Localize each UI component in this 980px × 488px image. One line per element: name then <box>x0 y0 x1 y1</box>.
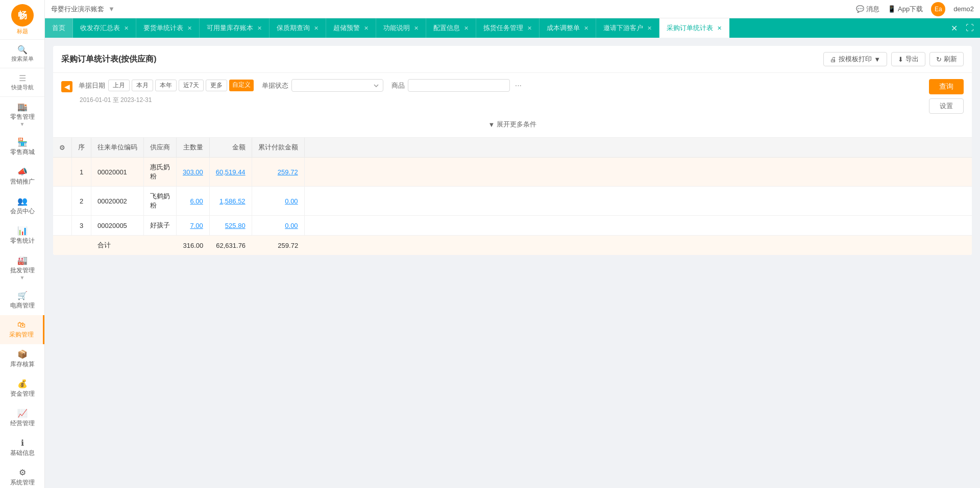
tab-close-icon[interactable]: ✕ <box>464 25 469 32</box>
cell-amount[interactable]: 60,519.44 <box>209 158 252 187</box>
sidebar-item-label: 营销推广 <box>10 177 35 186</box>
cell-main-qty[interactable]: 303.00 <box>177 158 210 187</box>
query-btn[interactable]: 查询 <box>929 79 964 94</box>
sys-mgmt-icon: ⚙ <box>19 468 26 477</box>
cell-paid-amount[interactable]: 0.00 <box>252 216 304 236</box>
tab-expiry-query[interactable]: 保质期查询 ✕ <box>270 18 326 38</box>
tab-close-icon[interactable]: ✕ <box>584 25 589 32</box>
tab-pick-task-mgmt[interactable]: 拣货任务管理 ✕ <box>476 18 540 38</box>
tab-available-inventory[interactable]: 可用量库存账本 ✕ <box>200 18 270 38</box>
footer-amount: 62,631.76 <box>209 236 252 255</box>
this-year-btn[interactable]: 本年 <box>155 80 177 91</box>
avatar-initials: Ea <box>935 6 942 13</box>
cell-supplier-code: 00020002 <box>91 187 144 216</box>
goods-filter-more-icon[interactable]: ··· <box>515 81 522 90</box>
last-month-btn[interactable]: 上月 <box>108 80 130 91</box>
quick-nav-item[interactable]: ☰ 快捷导航 <box>0 68 44 97</box>
col-header-no: 序 <box>72 138 91 158</box>
topbar-left: 母婴行业演示账套 ▼ <box>51 5 115 14</box>
tab-close-icon[interactable]: ✕ <box>414 25 419 32</box>
export-btn[interactable]: ⬇ 导出 <box>891 52 925 66</box>
last-7-days-btn[interactable]: 近7天 <box>179 80 204 91</box>
custom-date-tag: 自定义 <box>229 80 254 91</box>
tab-close-icon[interactable]: ✕ <box>364 25 369 32</box>
this-month-btn[interactable]: 本月 <box>132 80 153 91</box>
search-menu-item[interactable]: 🔍 搜索菜单 <box>0 40 44 68</box>
ops-mgmt-icon: 📈 <box>17 408 28 418</box>
sidebar-item-ops-mgmt[interactable]: 📈 经营管理 <box>0 403 44 433</box>
expand-filter-btn[interactable]: ▼ 展开更多条件 <box>482 118 543 131</box>
col-header-settings[interactable]: ⚙ <box>53 138 72 158</box>
sidebar-item-label: 批发管理 <box>10 266 35 275</box>
tab-close-icon[interactable]: ✕ <box>187 25 192 32</box>
tab-close-icon[interactable]: ✕ <box>527 25 532 32</box>
print-dropdown-icon[interactable]: ▼ <box>874 56 880 63</box>
sidebar-item-purchase-mgmt[interactable]: 🛍 采购管理 <box>0 315 44 344</box>
cell-amount[interactable]: 525.80 <box>209 216 252 236</box>
tab-close-icon[interactable]: ✕ <box>717 25 722 32</box>
close-tab-btn[interactable]: ✕ <box>949 21 960 35</box>
maximize-tab-btn[interactable]: ⛶ <box>964 21 976 35</box>
tab-label: 保质期查询 <box>277 23 310 33</box>
sidebar-item-retail-stats[interactable]: 📊 零售统计 <box>0 221 44 250</box>
sidebar-item-sys-mgmt[interactable]: ⚙ 系统管理 <box>0 463 44 488</box>
tab-close-icon[interactable]: ✕ <box>124 25 129 32</box>
col-header-amount: 金额 <box>209 138 252 158</box>
svg-text:畅: 畅 <box>18 10 27 20</box>
tab-receive-send-summary[interactable]: 收发存汇总表 ✕ <box>73 18 136 38</box>
data-table-wrap: ⚙ 序 往来单位编码 供应商 主数量 金额 累计付款金额 <box>53 138 972 255</box>
sidebar-item-retail-store[interactable]: 🏪 零售商城 <box>0 132 44 162</box>
message-label: 消息 <box>866 5 879 14</box>
more-date-btn[interactable]: 更多 <box>206 80 227 91</box>
tab-overstock-warning[interactable]: 超储预警 ✕ <box>326 18 376 38</box>
tab-close-icon[interactable]: ✕ <box>647 25 652 32</box>
tab-close-icon[interactable]: ✕ <box>314 25 318 32</box>
status-filter-label: 单据状态 <box>262 81 288 90</box>
cell-paid-amount[interactable]: 259.72 <box>252 158 304 187</box>
cell-settings <box>53 216 72 236</box>
sidebar-item-retail-mgmt[interactable]: 🏬 零售管理 ▼ <box>0 97 44 132</box>
settings-btn[interactable]: 设置 <box>929 98 964 114</box>
message-icon: 💬 <box>856 5 864 13</box>
footer-main-qty: 316.00 <box>177 236 210 255</box>
cell-supplier-code: 00020005 <box>91 216 144 236</box>
cell-paid-amount[interactable]: 0.00 <box>252 187 304 216</box>
sidebar-item-ecom-mgmt[interactable]: 🛒 电商管理 <box>0 286 44 315</box>
tab-close-icon[interactable]: ✕ <box>257 25 262 32</box>
cell-supplier-name: 好孩子 <box>144 216 177 236</box>
page-actions: 🖨 按模板打印 ▼ ⬇ 导出 ↻ 刷新 <box>823 52 964 66</box>
status-filter-select[interactable]: 全部 待审核 已审核 <box>291 79 383 92</box>
sidebar-item-basic-info[interactable]: ℹ 基础信息 <box>0 433 44 463</box>
sidebar-item-wholesale-mgmt[interactable]: 🏭 批发管理 ▼ <box>0 250 44 286</box>
tab-function-desc[interactable]: 功能说明 ✕ <box>376 18 426 38</box>
cell-main-qty[interactable]: 6.00 <box>177 187 210 216</box>
cell-supplier-name: 飞鹤奶粉 <box>144 187 177 216</box>
sidebar-item-member-center[interactable]: 👥 会员中心 <box>0 191 44 221</box>
tab-config-info[interactable]: 配置信息 ✕ <box>426 18 476 38</box>
col-header-main-qty: 主数量 <box>177 138 210 158</box>
message-btn[interactable]: 💬 消息 <box>856 5 879 14</box>
sidebar-item-finance[interactable]: 💰 资金管理 <box>0 374 44 403</box>
workspace-dropdown-icon[interactable]: ▼ <box>108 5 115 13</box>
tab-purchase-order-stats[interactable]: 采购订单统计表 ✕ <box>659 18 729 38</box>
tab-invite-downstream[interactable]: 邀请下游客户 ✕ <box>596 18 659 38</box>
tab-demand-stats[interactable]: 要货单统计表 ✕ <box>136 18 200 38</box>
cell-extra <box>304 187 972 216</box>
sidebar-item-inventory[interactable]: 📦 库存核算 <box>0 344 44 374</box>
cell-settings <box>53 187 72 216</box>
app-download-btn[interactable]: 📱 App下载 <box>888 5 923 14</box>
user-avatar[interactable]: Ea <box>931 2 945 16</box>
table-body: 1 00020001 惠氏奶粉 303.00 60,519.44 259.72 … <box>53 158 972 236</box>
cell-amount[interactable]: 1,586.52 <box>209 187 252 216</box>
goods-filter-input[interactable] <box>408 79 510 92</box>
sidebar-item-marketing[interactable]: 📣 营销推广 <box>0 162 44 191</box>
filter-collapse-btn[interactable]: ◀ <box>61 81 72 92</box>
tab-cost-adjustment[interactable]: 成本调整单 ✕ <box>540 18 596 38</box>
cell-main-qty[interactable]: 7.00 <box>177 216 210 236</box>
purchase-mgmt-icon: 🛍 <box>17 320 26 329</box>
tab-home[interactable]: 首页 <box>45 18 73 38</box>
refresh-btn[interactable]: ↻ 刷新 <box>929 52 964 66</box>
footer-settings-cell <box>53 236 72 255</box>
print-btn[interactable]: 🖨 按模板打印 ▼ <box>823 52 887 66</box>
finance-icon: 💰 <box>17 379 28 389</box>
